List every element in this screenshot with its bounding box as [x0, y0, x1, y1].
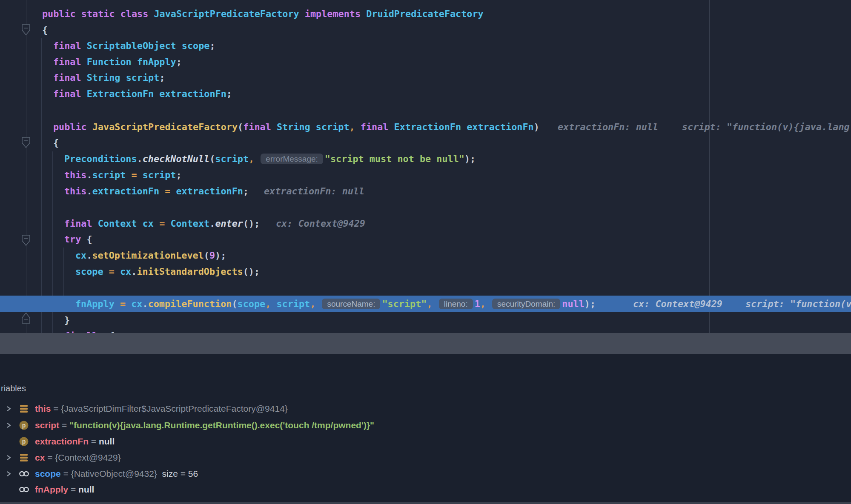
code-token: script: [316, 122, 350, 132]
code-token: ,: [265, 299, 271, 309]
code-line: final ScriptableObject scope;: [0, 37, 851, 54]
parameter-hint-pill: securityDomain:: [492, 299, 560, 309]
code-line: }: [0, 312, 851, 328]
equals-sign: =: [68, 484, 78, 495]
code-line: {: [0, 134, 851, 151]
variable-row-this[interactable]: this = {JavaScriptDimFilter$JavaScriptPr…: [0, 401, 851, 417]
code-token: "script": [382, 299, 427, 309]
code-token: [126, 299, 131, 309]
fold-collapse-icon[interactable]: [21, 24, 31, 37]
watch-icon: [19, 484, 30, 495]
variable-value: {Context@9429}: [55, 453, 120, 463]
expand-chevron-icon[interactable]: [0, 405, 19, 413]
code-token: .: [131, 266, 137, 277]
code-token: ;: [209, 40, 215, 51]
variable-row-cx[interactable]: cx = {Context@9429}: [0, 450, 851, 466]
variable-row-scope[interactable]: scope = {NativeObject@9432} size = 56: [0, 466, 851, 482]
code-token: script: [276, 299, 310, 309]
code-token: ,: [350, 122, 355, 132]
debugger-inline-hint: script: "function(v: [745, 299, 851, 309]
code-token: [154, 88, 159, 99]
code-token: compileFunction: [148, 299, 232, 309]
code-token: try: [64, 234, 81, 245]
code-token: [433, 299, 438, 309]
code-token: (: [232, 299, 237, 309]
variable-row-script[interactable]: pscript = "function(v){java.lang.Runtime…: [0, 417, 851, 433]
code-token: ;: [176, 170, 182, 180]
fold-collapse-icon[interactable]: [21, 234, 31, 248]
watch-icon: [19, 469, 30, 479]
code-token: extractionFn: [159, 88, 226, 99]
code-token: cx: [75, 250, 86, 261]
code-token: cx: [143, 218, 154, 229]
code-token: [310, 122, 316, 132]
code-token: ;: [176, 57, 182, 67]
code-line: Preconditions.checkNotNull(script, error…: [0, 151, 851, 167]
expand-chevron-icon[interactable]: [0, 454, 19, 461]
code-token: 1: [475, 299, 480, 309]
code-token: this: [64, 170, 87, 180]
code-token: ): [534, 122, 539, 132]
variables-panel: riables this = {JavaScriptDimFilter$Java…: [0, 354, 851, 504]
expand-chevron-icon[interactable]: [0, 470, 19, 478]
code-token: setOptimizationLevel: [92, 250, 203, 261]
code-line: public JavaScriptPredicateFactory(final …: [0, 119, 851, 135]
code-line: final String script;: [0, 69, 851, 85]
debugger-inline-hint: cx: Context@9429: [633, 299, 722, 309]
variable-value: null: [99, 436, 115, 447]
code-token: ,: [480, 299, 486, 309]
this-icon: [19, 453, 30, 463]
equals-sign: =: [89, 436, 99, 447]
code-token: initStandardObjects: [137, 266, 243, 277]
code-token: ;: [226, 88, 232, 99]
code-token: .: [209, 218, 215, 229]
code-token: {: [53, 137, 59, 148]
parameter-icon: p: [19, 420, 30, 430]
code-token: [132, 57, 137, 67]
code-token: final: [53, 88, 87, 99]
variable-value: null: [78, 484, 94, 495]
code-token: ExtractionFn: [394, 122, 461, 132]
this-icon: [19, 404, 30, 414]
fold-end-icon[interactable]: [21, 312, 31, 326]
code-line: final ExtractionFn extractionFn;: [0, 85, 851, 102]
code-token: (: [209, 154, 215, 164]
variable-value: "function(v){java.lang.Runtime.getRuntim…: [69, 420, 374, 430]
code-line: public static class JavaScriptPredicateF…: [0, 6, 851, 22]
panel-divider-toolbar: [0, 333, 851, 354]
variable-size-info: size = 56: [157, 469, 198, 479]
code-token: scope: [75, 266, 103, 277]
code-token: ,: [427, 299, 432, 309]
code-token: .: [87, 170, 92, 180]
code-token: [461, 122, 467, 132]
code-token: Context: [98, 218, 137, 229]
code-token: scope: [182, 40, 210, 51]
code-token: extractionFn: [467, 122, 533, 132]
code-token: .: [143, 299, 148, 309]
code-line: this.extractionFn = extractionFn;extract…: [0, 183, 851, 199]
code-token: [355, 122, 361, 132]
code-token: (: [238, 122, 243, 132]
code-token: enter: [215, 218, 243, 229]
code-token: [154, 218, 159, 229]
code-token: public static class: [42, 9, 154, 19]
code-token: scope: [238, 299, 266, 309]
code-token: [120, 72, 126, 83]
variable-name: this: [35, 404, 51, 414]
variable-row-fnApply[interactable]: fnApply = null: [0, 481, 851, 498]
fold-collapse-icon[interactable]: [21, 137, 31, 150]
code-token: checkNotNull: [143, 154, 209, 164]
equals-sign: =: [51, 404, 61, 414]
code-token: );: [464, 154, 476, 164]
code-token: this: [64, 186, 87, 196]
execution-point-line: fnApply = cx.compileFunction(scope, scri…: [0, 296, 851, 312]
code-token: =: [159, 218, 165, 229]
code-token: cx: [120, 266, 131, 277]
code-editor[interactable]: public static class JavaScriptPredicateF…: [0, 0, 851, 333]
code-token: ();: [243, 266, 260, 277]
variable-row-extractionFn[interactable]: pextractionFn = null: [0, 433, 851, 450]
code-token: final: [53, 72, 87, 83]
expand-chevron-icon[interactable]: [0, 421, 19, 429]
code-token: script: [126, 72, 160, 83]
code-token: =: [165, 186, 170, 196]
